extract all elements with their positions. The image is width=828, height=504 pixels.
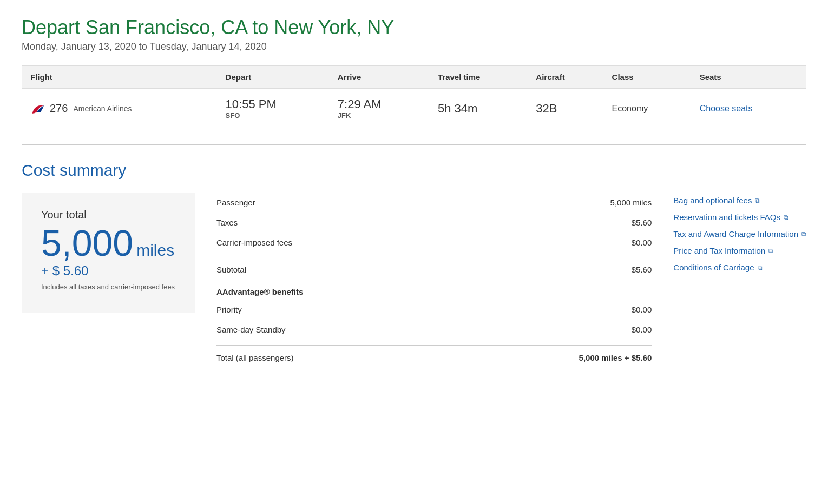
col-header-arrive: Arrive xyxy=(329,66,429,89)
class-text: Economy xyxy=(612,104,648,113)
external-link-icon-3: ⧉ xyxy=(801,230,806,238)
miles-amount: 5,000 xyxy=(41,224,133,261)
travel-time-cell: 5h 34m xyxy=(429,89,527,129)
external-link-icon-2: ⧉ xyxy=(784,214,788,221)
subtotal-row: Subtotal $5.60 xyxy=(216,260,652,280)
depart-airport: SFO xyxy=(226,111,320,120)
col-header-flight: Flight xyxy=(22,66,217,89)
standby-row: Same-day Standby $0.00 xyxy=(216,320,652,340)
bag-fees-link[interactable]: Bag and optional fees ⧉ xyxy=(673,196,806,205)
price-tax-label: Price and Tax Information xyxy=(673,246,765,255)
standby-value: $0.00 xyxy=(597,325,652,334)
external-link-icon-4: ⧉ xyxy=(768,247,773,255)
class-cell: Economy xyxy=(603,89,691,129)
bag-fees-label: Bag and optional fees xyxy=(673,196,752,205)
carrier-fees-label: Carrier-imposed fees xyxy=(216,238,292,247)
total-label: Total (all passengers) xyxy=(216,353,294,362)
col-header-class: Class xyxy=(603,66,691,89)
passenger-value: 5,000 miles xyxy=(597,198,652,207)
subtotal-divider xyxy=(216,256,652,256)
reservation-faqs-link[interactable]: Reservation and tickets FAQs ⧉ xyxy=(673,213,806,222)
cost-details: Passenger 5,000 miles Taxes $5.60 Carrie… xyxy=(216,193,652,362)
plus-cash: + $ 5.60 xyxy=(41,263,175,278)
external-link-icon: ⧉ xyxy=(755,197,760,204)
subtotal-value: $5.60 xyxy=(632,265,652,274)
passenger-row: Passenger 5,000 miles xyxy=(216,193,652,213)
cost-summary-layout: Your total 5,000 miles + $ 5.60 Includes… xyxy=(22,193,806,362)
tax-award-link[interactable]: Tax and Award Charge Information ⧉ xyxy=(673,229,806,238)
table-row: 276 American Airlines 10:55 PM SFO 7:29 … xyxy=(22,89,806,129)
col-header-depart: Depart xyxy=(217,66,329,89)
arrive-cell: 7:29 AM JFK xyxy=(329,89,429,129)
aircraft-code: 32B xyxy=(536,102,557,115)
depart-cell: 10:55 PM SFO xyxy=(217,89,329,129)
your-total-label: Your total xyxy=(41,209,175,221)
page-subtitle: Monday, January 13, 2020 to Tuesday, Jan… xyxy=(22,41,806,52)
section-divider xyxy=(22,144,806,145)
flight-number: 276 xyxy=(50,102,68,115)
priority-row: Priority $0.00 xyxy=(216,300,652,320)
total-value: 5,000 miles + $5.60 xyxy=(579,353,652,362)
carrier-fees-value: $0.00 xyxy=(597,238,652,247)
aircraft-cell: 32B xyxy=(527,89,603,129)
arrive-airport: JFK xyxy=(338,111,420,120)
taxes-row: Taxes $5.60 xyxy=(216,213,652,233)
total-panel: Your total 5,000 miles + $ 5.60 Includes… xyxy=(22,193,195,313)
conditions-link[interactable]: Conditions of Carriage ⧉ xyxy=(673,263,806,272)
external-link-icon-5: ⧉ xyxy=(758,264,763,271)
reservation-faqs-label: Reservation and tickets FAQs xyxy=(673,213,780,222)
taxes-value: $5.60 xyxy=(597,218,652,227)
links-panel: Bag and optional fees ⧉ Reservation and … xyxy=(673,193,806,280)
aa-logo-icon xyxy=(30,102,47,115)
carrier-fees-row: Carrier-imposed fees $0.00 xyxy=(216,233,652,253)
miles-label: miles xyxy=(136,241,174,260)
airline-name: American Airlines xyxy=(73,104,132,113)
price-tax-link[interactable]: Price and Tax Information ⧉ xyxy=(673,246,806,255)
taxes-label: Taxes xyxy=(216,218,238,227)
col-header-travel-time: Travel time xyxy=(429,66,527,89)
standby-label: Same-day Standby xyxy=(216,325,286,334)
aadvantage-header: AAdvantage® benefits xyxy=(216,280,652,300)
seats-cell: Choose seats xyxy=(691,89,806,129)
total-row: Total (all passengers) 5,000 miles + $5.… xyxy=(216,345,652,362)
priority-label: Priority xyxy=(216,305,242,314)
conditions-label: Conditions of Carriage xyxy=(673,263,754,272)
total-miles-row: 5,000 miles xyxy=(41,224,175,261)
flight-cell: 276 American Airlines xyxy=(22,89,217,129)
col-header-aircraft: Aircraft xyxy=(527,66,603,89)
flight-table: Flight Depart Arrive Travel time Aircraf… xyxy=(22,65,806,128)
cost-summary-title: Cost summary xyxy=(22,161,806,180)
passenger-label: Passenger xyxy=(216,198,255,207)
choose-seats-link[interactable]: Choose seats xyxy=(700,104,753,113)
col-header-seats: Seats xyxy=(691,66,806,89)
tax-award-label: Tax and Award Charge Information xyxy=(673,229,798,238)
includes-note: Includes all taxes and carrier-imposed f… xyxy=(41,283,175,291)
depart-time: 10:55 PM xyxy=(226,97,277,111)
page-title: Depart San Francisco, CA to New York, NY xyxy=(22,16,806,39)
arrive-time: 7:29 AM xyxy=(338,97,382,111)
priority-value: $0.00 xyxy=(597,305,652,314)
travel-time: 5h 34m xyxy=(438,102,477,115)
subtotal-label: Subtotal xyxy=(216,265,246,274)
